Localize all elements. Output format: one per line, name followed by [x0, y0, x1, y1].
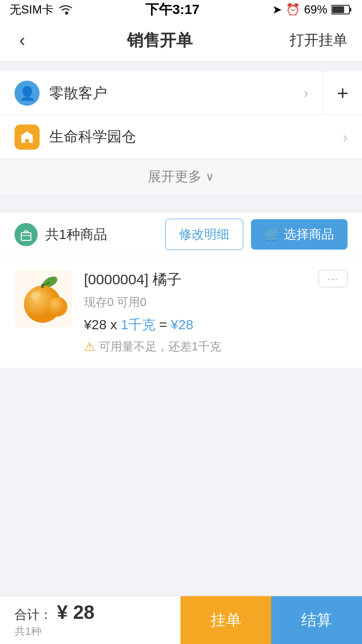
- status-right: ➤ ⏰ 69%: [272, 3, 352, 16]
- chevron-right-icon: ›: [304, 85, 308, 101]
- warning-row: ⚠ 可用量不足，还差1千克: [84, 339, 348, 354]
- battery-percent: 69%: [304, 3, 327, 16]
- quantity-value: 1千克: [121, 317, 155, 332]
- footer-total: 合计： ¥ 28 共1种: [0, 596, 181, 644]
- product-name: [0000004] 橘子: [84, 270, 319, 290]
- select-product-button[interactable]: 🛒 选择商品: [251, 219, 348, 250]
- customer-section: 👤 零散客户 › +: [0, 71, 362, 115]
- total-row: 合计： ¥ 28: [14, 602, 166, 623]
- back-button[interactable]: ‹: [14, 26, 30, 56]
- products-header: 共1种商品 修改明细 🛒 选择商品: [0, 213, 362, 256]
- cart-icon: 🛒: [265, 227, 280, 242]
- nav-bar: ‹ 销售开单 打开挂单: [0, 19, 362, 62]
- status-time: 下午3:17: [145, 0, 199, 19]
- expand-arrow-icon: ∨: [206, 170, 214, 183]
- select-product-label: 选择商品: [284, 226, 334, 243]
- customer-name: 零散客户: [49, 84, 304, 103]
- products-count-icon: [14, 223, 38, 246]
- carrier-text: 无SIM卡: [10, 2, 54, 17]
- svg-rect-1: [349, 8, 351, 12]
- footer: 合计： ¥ 28 共1种 挂单 结算: [0, 596, 362, 644]
- svg-rect-6: [21, 233, 31, 240]
- status-left: 无SIM卡: [10, 2, 73, 17]
- total-price: ¥28: [171, 317, 194, 332]
- more-options-button[interactable]: ···: [319, 270, 348, 287]
- battery-icon: [331, 4, 352, 15]
- separator-2: [0, 194, 362, 203]
- add-customer-button[interactable]: +: [323, 71, 362, 115]
- orange-illustration: [17, 272, 70, 325]
- person-icon: 👤: [19, 85, 36, 101]
- checkout-button[interactable]: 结算: [271, 596, 362, 644]
- bag-icon: [19, 228, 33, 241]
- product-price-row: ¥28 x 1千克 = ¥28: [84, 316, 348, 334]
- total-label: 合计：: [14, 606, 52, 623]
- warning-icon: ⚠: [84, 339, 95, 354]
- equals-sign: =: [159, 317, 167, 332]
- product-info: [0000004] 橘子 ··· 现存0 可用0 ¥28 x 1千克 = ¥28…: [84, 270, 348, 354]
- total-count: 共1种: [14, 624, 166, 639]
- customer-avatar: 👤: [14, 81, 40, 106]
- warehouse-icon: [19, 129, 35, 145]
- svg-rect-5: [25, 139, 29, 143]
- product-code: [0000004]: [84, 271, 148, 287]
- product-image: [14, 270, 72, 328]
- hold-button[interactable]: 挂单: [181, 596, 271, 644]
- main-content: [0, 368, 362, 624]
- product-title: 橘子: [153, 271, 181, 287]
- warehouse-name: 生命科学园仓: [49, 127, 343, 147]
- plus-icon: +: [337, 83, 348, 104]
- separator-1: [0, 62, 362, 71]
- warehouse-row[interactable]: 生命科学园仓 ›: [0, 115, 362, 159]
- price-label: ¥28 x: [84, 317, 117, 332]
- location-icon: ➤: [272, 3, 282, 16]
- page-title: 销售开单: [127, 29, 193, 52]
- products-count-text: 共1种商品: [45, 225, 165, 244]
- customer-selector[interactable]: 👤 零散客户 ›: [0, 71, 323, 115]
- warning-text: 可用量不足，还差1千克: [99, 339, 221, 354]
- wifi-icon: [58, 4, 73, 15]
- total-number: 28: [73, 602, 95, 623]
- product-name-row: [0000004] 橘子 ···: [84, 270, 348, 290]
- warehouse-icon-wrap: [14, 125, 40, 150]
- svg-marker-4: [20, 131, 34, 136]
- total-symbol: ¥: [57, 602, 68, 623]
- warehouse-chevron-icon: ›: [343, 129, 348, 145]
- svg-point-15: [48, 297, 67, 316]
- svg-rect-13: [41, 284, 44, 288]
- expand-more-label: 展开更多: [148, 168, 202, 186]
- product-stock: 现存0 可用0: [84, 294, 348, 310]
- svg-rect-2: [332, 6, 344, 13]
- total-amount: ¥ 28: [57, 602, 95, 623]
- modify-detail-button[interactable]: 修改明细: [165, 219, 243, 250]
- alarm-icon: ⏰: [286, 3, 300, 16]
- product-item: [0000004] 橘子 ··· 现存0 可用0 ¥28 x 1千克 = ¥28…: [0, 256, 362, 368]
- open-hold-button[interactable]: 打开挂单: [290, 30, 348, 50]
- expand-more-button[interactable]: 展开更多 ∨: [0, 159, 362, 194]
- status-bar: 无SIM卡 下午3:17 ➤ ⏰ 69%: [0, 0, 362, 19]
